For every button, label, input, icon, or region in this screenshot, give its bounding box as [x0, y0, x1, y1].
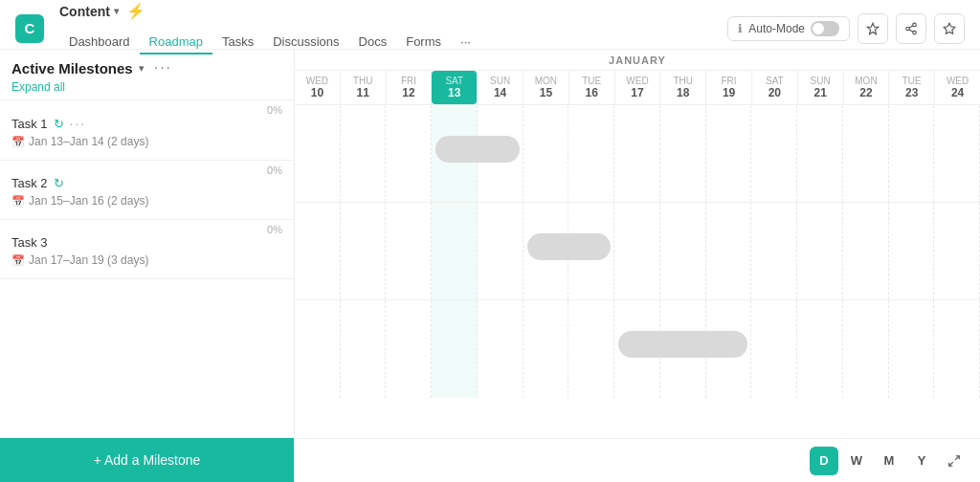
- auto-mode-toggle[interactable]: [811, 21, 839, 36]
- day-name-24: WED: [947, 76, 969, 86]
- gantt-cell-3-14: [934, 300, 980, 398]
- day-col-21: SUN21: [798, 71, 844, 104]
- day-name-19: FRI: [722, 76, 737, 86]
- svg-point-2: [913, 31, 917, 34]
- gantt-cell-1-11: [797, 105, 843, 202]
- view-btn-d[interactable]: D: [810, 447, 838, 475]
- day-name-11: THU: [353, 76, 373, 86]
- share-button[interactable]: [896, 13, 926, 44]
- day-name-17: WED: [626, 76, 648, 86]
- day-name-13: SAT: [445, 76, 463, 86]
- svg-line-7: [949, 462, 953, 466]
- day-col-13: SAT13: [432, 71, 478, 104]
- task1-name[interactable]: Task 1: [11, 117, 48, 131]
- milestones-chevron[interactable]: ▾: [139, 62, 145, 75]
- view-btn-y[interactable]: Y: [907, 447, 936, 475]
- left-panel: Active Milestones ▾ ··· Expand all 0% Ta…: [0, 50, 295, 482]
- day-num-24: 24: [951, 86, 964, 99]
- top-bar-right: ℹ Auto-Mode: [727, 13, 965, 44]
- svg-point-1: [906, 27, 910, 31]
- title-dropdown-icon[interactable]: ▾: [114, 6, 119, 16]
- task2-progress: 0%: [267, 164, 282, 176]
- gantt-cell-3-10: [751, 300, 797, 398]
- view-btn-m[interactable]: M: [875, 447, 903, 475]
- app-title: Content: [59, 4, 110, 19]
- task2-date-range: Jan 15–Jan 16 (2 days): [29, 194, 148, 208]
- month-header: JANUARY: [295, 50, 980, 71]
- gantt-cell-1-10: [751, 105, 797, 202]
- task-section-1: 0% Task 1 ↻ ··· 📅 Jan 13–Jan 14 (2 days): [0, 100, 294, 161]
- task-section-3: 0% Task 3 📅 Jan 17–Jan 19 (3 days): [0, 220, 294, 279]
- svg-line-4: [909, 25, 913, 27]
- day-col-15: MON15: [523, 71, 569, 104]
- task3-date-range: Jan 17–Jan 19 (3 days): [29, 253, 148, 267]
- gantt-cell-1-6: [568, 105, 614, 202]
- task-bar-3[interactable]: [618, 331, 747, 358]
- gantt-cell-1-5: [523, 105, 569, 202]
- svg-point-0: [913, 23, 917, 27]
- task1-more-button[interactable]: ···: [70, 116, 87, 131]
- task-section-2: 0% Task 2 ↻ 📅 Jan 15–Jan 16 (2 days): [0, 161, 294, 220]
- gantt-cell-2-0: [295, 203, 341, 299]
- svg-line-6: [955, 455, 959, 459]
- gantt-cell-3-2: [386, 300, 432, 398]
- star-button[interactable]: [934, 13, 965, 44]
- view-btn-w[interactable]: W: [842, 447, 871, 475]
- day-col-24: WED24: [935, 71, 980, 104]
- task1-date-range: Jan 13–Jan 14 (2 days): [29, 135, 148, 148]
- expand-all-button[interactable]: Expand all: [11, 80, 65, 94]
- gantt-cell-3-5: [523, 300, 569, 398]
- day-num-13: 13: [448, 86, 460, 99]
- fullscreen-button[interactable]: [940, 447, 969, 475]
- pin-button[interactable]: [858, 13, 888, 44]
- gantt-row-task-3: [295, 300, 980, 398]
- main-area: Active Milestones ▾ ··· Expand all 0% Ta…: [0, 50, 980, 482]
- day-name-18: THU: [673, 76, 693, 86]
- gantt-cell-1-13: [889, 105, 935, 202]
- gantt-cell-2-7: [614, 203, 660, 299]
- svg-line-3: [909, 29, 913, 31]
- task-bar-2[interactable]: [527, 233, 611, 260]
- day-num-19: 19: [723, 86, 735, 99]
- gantt-cell-2-3: [432, 203, 478, 299]
- task3-calendar-icon: 📅: [11, 254, 25, 267]
- task1-sync-icon: ↻: [54, 117, 64, 131]
- gantt-cell-1-1: [341, 105, 387, 202]
- milestones-more-button[interactable]: ···: [154, 59, 172, 77]
- day-num-17: 17: [631, 86, 643, 99]
- gantt-cell-3-0: [295, 300, 341, 398]
- gantt-cell-2-4: [478, 203, 523, 299]
- days-header: WED10THU11FRI12SAT13SUN14MON15TUE16WED17…: [295, 71, 980, 105]
- gantt-area: JANUARY WED10THU11FRI12SAT13SUN14MON15TU…: [295, 50, 980, 482]
- day-col-14: SUN14: [478, 71, 523, 104]
- tasks-list: 0% Task 1 ↻ ··· 📅 Jan 13–Jan 14 (2 days)…: [0, 100, 294, 438]
- task2-name[interactable]: Task 2: [11, 176, 48, 190]
- day-col-19: FRI19: [706, 71, 752, 104]
- top-bar: C Content ▾ ⚡ Dashboard Roadmap Tasks Di…: [0, 0, 980, 50]
- gantt-cell-1-2: [386, 105, 432, 202]
- task-bar-1[interactable]: [435, 136, 519, 163]
- day-name-22: MON: [855, 76, 877, 86]
- day-num-10: 10: [311, 86, 323, 99]
- day-num-18: 18: [677, 86, 689, 99]
- gantt-cell-2-13: [889, 203, 935, 299]
- add-milestone-button[interactable]: + Add a Milestone: [0, 438, 294, 482]
- day-num-14: 14: [494, 86, 506, 99]
- gantt-cell-2-11: [797, 203, 843, 299]
- svg-marker-5: [944, 23, 955, 33]
- bottom-bar: DWMY: [295, 438, 980, 482]
- gantt-cell-3-13: [889, 300, 935, 398]
- milestones-header: Active Milestones ▾ ··· Expand all: [0, 50, 294, 100]
- gantt-cell-2-12: [843, 203, 889, 299]
- gantt-cell-2-10: [751, 203, 797, 299]
- day-col-10: WED10: [295, 71, 341, 104]
- gantt-cell-2-9: [706, 203, 752, 299]
- day-num-12: 12: [402, 86, 414, 99]
- task3-name[interactable]: Task 3: [11, 235, 48, 250]
- day-name-10: WED: [306, 76, 328, 86]
- gantt-cell-1-12: [843, 105, 889, 202]
- task1-calendar-icon: 📅: [11, 136, 25, 148]
- gantt-cell-1-0: [295, 105, 341, 202]
- day-col-22: MON22: [844, 71, 890, 104]
- app-icon: C: [15, 14, 44, 43]
